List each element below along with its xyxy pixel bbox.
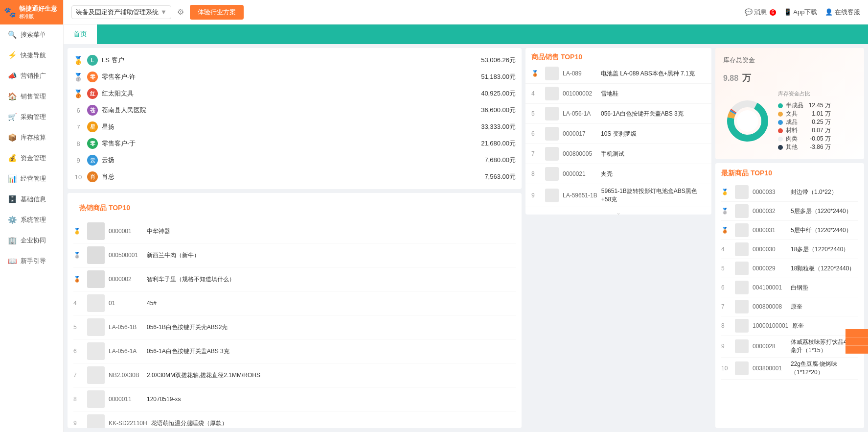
sidebar-item-operations[interactable]: 📊 经营管理 — [0, 168, 63, 189]
medal-icon: 🥈 — [73, 72, 83, 82]
product-code: LA-089 — [563, 70, 597, 77]
product-name: 花语萌恒温分腿睡袋（厚款） — [151, 419, 516, 428]
product-name: 电池盖 LA-089 ABS本色+黑种 7.1克 — [601, 70, 706, 78]
customer-badge: 零 — [87, 138, 98, 149]
product-rank-row: 7 000800005 手机测试 — [525, 144, 711, 164]
hot-product-row: 🥇 0000001 中华神器 — [73, 219, 516, 243]
inventory-icon: 📦 — [8, 133, 17, 142]
product-name: 12070519-xs — [147, 396, 516, 403]
product-code: KK-SD22110H — [109, 420, 147, 427]
sidebar-item-finance[interactable]: 💰 资金管理 — [0, 148, 63, 168]
float-buttons: 客服热线 服务社区 直播 — [845, 329, 868, 354]
product-name: 原奎 — [792, 322, 858, 330]
quicknav-icon: ⚡ — [8, 51, 17, 60]
product-name: 夹壳 — [601, 170, 706, 178]
legend-dot — [778, 137, 783, 142]
donut-chart — [723, 96, 772, 145]
legend-value: 12.45 万 — [806, 101, 831, 110]
product-code: 0000033 — [753, 189, 787, 195]
sidebar-item-quicknav[interactable]: ⚡ 快捷导航 — [0, 45, 63, 66]
customer-name: 零售客户-于 — [102, 139, 477, 148]
sidebar-item-system[interactable]: ⚙️ 系统管理 — [0, 210, 63, 230]
inventory-card: 库存总资金 9.88 万 — [715, 48, 864, 159]
sidebar-item-sales[interactable]: 🏠 销售管理 — [0, 86, 63, 107]
hot-product-row: 🥉 0000002 智利车子里（规格不知道填什么） — [73, 267, 516, 291]
legend-dot — [778, 128, 783, 133]
sidebar-item-enterprise[interactable]: 🏢 企业协同 — [0, 230, 63, 251]
customer-name: 零售客户-许 — [102, 72, 477, 81]
product-image-placeholder — [735, 319, 749, 333]
sidebar-item-marketing[interactable]: 📣 营销推广 — [0, 66, 63, 86]
newest-product-row: 🥈 0000032 5层多层（1220*2440） — [721, 202, 858, 221]
customer-row: 8 零 零售客户-于 21,680.00元 — [68, 135, 522, 152]
inventory-legend: 库存资金占比 半成品 12.45 万 文具 1.01 万 成品 0.25 万 材… — [778, 90, 831, 151]
product-name: 59651-1B旋转投影灯电池盒ABS黑色+58克 — [601, 187, 706, 204]
product-image-placeholder — [735, 361, 749, 375]
app-download-link[interactable]: 📱 App下载 — [784, 8, 817, 17]
legend-dot — [778, 112, 783, 117]
hot-products-list: 🥇 0000001 中华神器 🥈 000500001 新西兰牛肉（新牛） 🥉 0… — [73, 219, 516, 428]
settings-icon[interactable]: ⚙ — [177, 7, 184, 17]
rank-number: 7 — [721, 303, 731, 310]
product-code: 003800001 — [753, 365, 787, 372]
nav-tabs: 首页 — [64, 24, 868, 44]
customer-amount: 40,925.00元 — [481, 89, 516, 98]
float-btn-service[interactable]: 客服热线 — [845, 329, 868, 337]
customer-badge: 肖 — [87, 171, 98, 182]
legend-label: 肉类 — [786, 135, 803, 143]
left-panel: 🥇 L LS 客户 53,006.26元 🥈 零 零售客户-许 51,183.0… — [64, 44, 525, 432]
float-btn-live[interactable]: 直播 — [845, 346, 868, 354]
hot-product-row: 9 KK-SD22110H 花语萌恒温分腿睡袋（厚款） — [73, 411, 516, 428]
customer-name: 星扬 — [102, 122, 477, 131]
rank-number: 5 — [531, 110, 541, 117]
try-plan-button[interactable]: 体验行业方案 — [190, 5, 244, 20]
product-rank-row: 6 0000017 10S 变刹罗级 — [525, 124, 711, 144]
sidebar-item-guide[interactable]: 📖 新手引导 — [0, 251, 63, 271]
float-btn-community[interactable]: 服务社区 — [845, 337, 868, 346]
sidebar-item-inventory[interactable]: 📦 库存核算 — [0, 127, 63, 148]
product-image-placeholder — [545, 167, 559, 181]
legend-item: 成品 0.25 万 — [778, 118, 831, 126]
legend-label: 材料 — [786, 126, 803, 135]
hot-products-card: 热销商品 TOP10 🥇 0000001 中华神器 🥈 000500001 新西… — [68, 193, 522, 428]
hot-products-title: 热销商品 TOP10 — [79, 204, 130, 213]
tab-home[interactable]: 首页 — [64, 24, 97, 44]
hot-product-row: 8 0000011 12070519-xs — [73, 387, 516, 411]
rank-number: 5 — [73, 324, 83, 331]
content-area: 🥇 L LS 客户 53,006.26元 🥈 零 零售客户-许 51,183.0… — [64, 44, 868, 432]
product-code: 004100001 — [753, 284, 787, 291]
customer-row: 🥈 零 零售客户-许 51,183.00元 — [68, 69, 522, 85]
customer-badge: 红 — [87, 88, 98, 99]
medal-icon: 🥇 — [721, 189, 731, 195]
product-image — [87, 246, 105, 264]
product-code: 0000028 — [753, 343, 787, 350]
legend-label: 其他 — [786, 143, 803, 151]
rank-number: 8 — [73, 140, 83, 147]
legend-items: 半成品 12.45 万 文具 1.01 万 成品 0.25 万 材料 0.07 … — [778, 101, 831, 151]
newest-products-card: 最新商品 TOP10 🥇 0000033 封边带（1.0*22） 🥈 00000… — [715, 163, 864, 428]
inventory-amount: 9.88 万 — [723, 69, 856, 84]
product-code: LA-056-1A — [109, 348, 143, 355]
scroll-hint[interactable]: ⌄ — [525, 207, 711, 215]
sidebar-item-search[interactable]: 🔍 搜索菜单 — [0, 24, 63, 45]
product-code: NB2.0X30B — [109, 372, 143, 379]
sidebar-item-purchase[interactable]: 🛒 采购管理 — [0, 107, 63, 127]
rank-number: 9 — [721, 343, 731, 350]
product-code: 0000002 — [109, 276, 143, 283]
legend-value: -0.05 万 — [806, 135, 831, 143]
product-rank-card: 商品销售 TOP10 🥉 LA-089 电池盖 LA-089 ABS本色+黑种 … — [525, 48, 711, 215]
system-select[interactable]: 装备及固定资产辅助管理系统 ▼ — [71, 5, 171, 19]
product-code: LA-056-1A — [563, 110, 597, 117]
medal-icon: 🥇 — [73, 228, 83, 235]
legend-label: 成品 — [786, 118, 803, 126]
sidebar-item-base[interactable]: 🗄️ 基础信息 — [0, 189, 63, 210]
product-image-placeholder — [545, 107, 559, 120]
rank-number: 6 — [531, 130, 541, 137]
message-link[interactable]: 💬 消息 6 — [745, 8, 777, 17]
product-code: 000500001 — [109, 252, 143, 259]
online-service-link[interactable]: 👤 在线客服 — [825, 8, 860, 17]
main-container: 装备及固定资产辅助管理系统 ▼ ⚙ 体验行业方案 💬 消息 6 📱 App下载 … — [64, 0, 868, 432]
product-code: LA-59651-1B — [563, 192, 597, 199]
product-image-placeholder — [87, 294, 105, 312]
enterprise-icon: 🏢 — [8, 236, 17, 245]
